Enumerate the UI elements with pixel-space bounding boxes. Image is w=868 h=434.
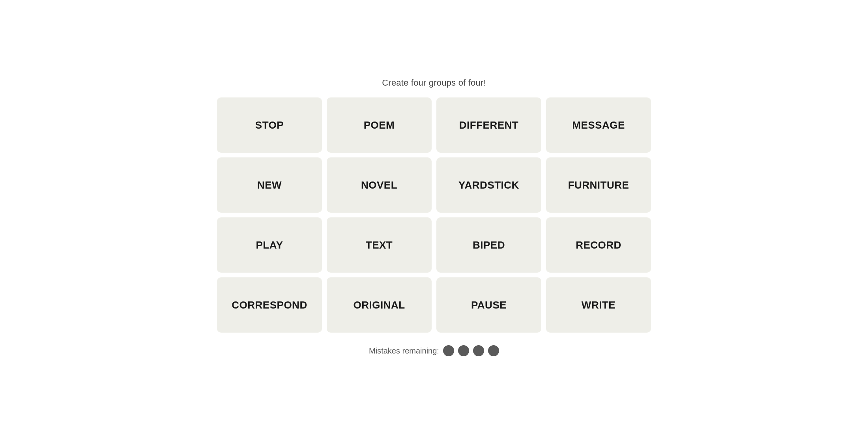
tile-original[interactable]: ORIGINAL (327, 277, 432, 333)
tile-label-text: TEXT (366, 239, 393, 251)
tile-label-original: ORIGINAL (353, 299, 405, 311)
tile-label-yardstick: YARDSTICK (458, 179, 519, 191)
tile-poem[interactable]: POEM (327, 97, 432, 153)
tile-label-write: WRITE (582, 299, 615, 311)
mistakes-label: Mistakes remaining: (369, 346, 439, 355)
mistake-dot-2 (458, 345, 469, 356)
tile-record[interactable]: RECORD (546, 217, 651, 273)
tile-furniture[interactable]: FURNITURE (546, 157, 651, 213)
game-container: Create four groups of four! STOPPOEMDIFF… (217, 78, 651, 356)
tile-stop[interactable]: STOP (217, 97, 322, 153)
tiles-grid: STOPPOEMDIFFERENTMESSAGENEWNOVELYARDSTIC… (217, 97, 651, 333)
tile-pause[interactable]: PAUSE (436, 277, 541, 333)
tile-label-stop: STOP (255, 119, 284, 131)
tile-label-correspond: CORRESPOND (232, 299, 307, 311)
tile-label-furniture: FURNITURE (568, 179, 629, 191)
tile-yardstick[interactable]: YARDSTICK (436, 157, 541, 213)
tile-new[interactable]: NEW (217, 157, 322, 213)
tile-label-record: RECORD (576, 239, 621, 251)
tile-label-poem: POEM (364, 119, 395, 131)
tile-label-biped: BIPED (473, 239, 505, 251)
tile-label-pause: PAUSE (471, 299, 507, 311)
tile-novel[interactable]: NOVEL (327, 157, 432, 213)
tile-message[interactable]: MESSAGE (546, 97, 651, 153)
mistake-dot-1 (443, 345, 454, 356)
tile-text[interactable]: TEXT (327, 217, 432, 273)
tile-label-message: MESSAGE (572, 119, 625, 131)
subtitle: Create four groups of four! (382, 78, 486, 88)
tile-label-new: NEW (257, 179, 282, 191)
mistake-dot-3 (473, 345, 484, 356)
tile-different[interactable]: DIFFERENT (436, 97, 541, 153)
tile-biped[interactable]: BIPED (436, 217, 541, 273)
mistakes-row: Mistakes remaining: (369, 345, 499, 356)
tile-play[interactable]: PLAY (217, 217, 322, 273)
tile-write[interactable]: WRITE (546, 277, 651, 333)
tile-label-novel: NOVEL (361, 179, 397, 191)
tile-correspond[interactable]: CORRESPOND (217, 277, 322, 333)
tile-label-play: PLAY (256, 239, 283, 251)
mistake-dot-4 (488, 345, 499, 356)
tile-label-different: DIFFERENT (459, 119, 518, 131)
mistakes-dots (443, 345, 499, 356)
